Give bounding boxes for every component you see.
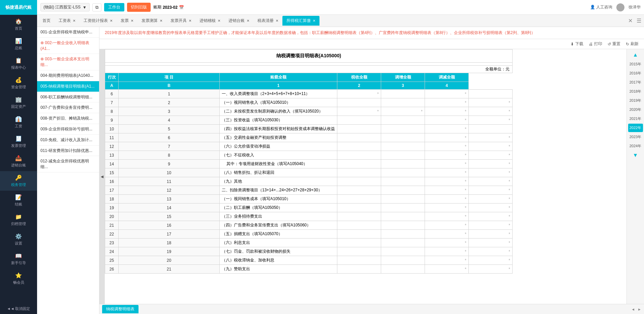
sidebar-item-member[interactable]: ⭐ 畅会员 bbox=[0, 269, 37, 288]
copy-button[interactable]: ⧉ bbox=[92, 3, 101, 11]
refresh-button[interactable]: ↻ 刷新 bbox=[626, 41, 639, 47]
left-panel-item-007[interactable]: 007-广告费和业务宣传费明... bbox=[37, 102, 99, 113]
year-nav-up[interactable]: ▲ bbox=[632, 51, 640, 59]
sidebar-item-ledger[interactable]: 📊 总账 bbox=[0, 34, 37, 54]
tab-label: 税表清册 bbox=[257, 18, 274, 24]
tab-close-icon[interactable]: ✕ bbox=[218, 19, 220, 23]
tab-tax-register[interactable]: 税表清册 ✕ bbox=[253, 16, 282, 26]
row-c4[interactable] bbox=[469, 90, 513, 98]
year-item-2016[interactable]: 2016年 bbox=[628, 69, 643, 77]
tab-close-icon[interactable]: ✕ bbox=[160, 19, 162, 23]
left-panel-item-012[interactable]: 012-减免企业所得税优惠明细... bbox=[37, 156, 99, 172]
bottom-bar: 纳税调整明细表 ◄ ► bbox=[99, 304, 644, 314]
table-row: 8 3 （二）未按权责发生制原则确认的收入（填写A105020） * * * * bbox=[105, 107, 513, 116]
year-item-2024[interactable]: 2024年 bbox=[628, 142, 643, 150]
reset-icon: ↺ bbox=[608, 42, 611, 46]
tab-close-icon[interactable]: ✕ bbox=[110, 19, 113, 23]
tab-invoice[interactable]: 发票 ✕ bbox=[117, 16, 137, 26]
table-row: 21 16 （四）广告费和业务宣传费支出（填写A105060） * * bbox=[105, 221, 513, 230]
left-panel-item-005[interactable]: 005-纳税调整项目明细表(A1... bbox=[37, 81, 99, 92]
row-c2[interactable] bbox=[381, 90, 425, 98]
right-panel: 2019年度涉及取以前年度继续教育的申报表单元格需要手工维护正确，才能保证本年及… bbox=[99, 27, 644, 314]
year-item-2019[interactable]: 2019年 bbox=[628, 96, 643, 105]
tab-invoice-calc[interactable]: 发票测算 ✕ bbox=[137, 16, 166, 26]
left-panel-item-008[interactable]: 008-资产折旧、摊销及纳税... bbox=[37, 113, 99, 124]
year-item-2015[interactable]: 2015年 bbox=[628, 60, 643, 68]
sidebar-item-close[interactable]: 📝 结账 bbox=[0, 191, 37, 210]
sidebar-item-archive[interactable]: 📁 归档管理 bbox=[0, 210, 37, 230]
switch-old-button[interactable]: 切到旧版 bbox=[127, 3, 151, 12]
left-panel-item-002[interactable]: ⊗ 002-一般企业收入明细表(A1... bbox=[37, 38, 99, 54]
year-item-2018[interactable]: 2018年 bbox=[628, 87, 643, 96]
left-panel-item-003[interactable]: ⊗ 003-一般企业成本支出明细... bbox=[37, 54, 99, 70]
tab-home[interactable]: 首页 bbox=[38, 16, 55, 26]
tab-close-icon[interactable]: ✕ bbox=[73, 19, 75, 23]
sidebar-item-tax[interactable]: 🔑 税务管理 bbox=[0, 171, 37, 191]
tab-label: 首页 bbox=[42, 18, 51, 24]
sidebar-item-settings[interactable]: ⚙️ 设置 bbox=[0, 230, 37, 249]
table-row: 10 5 （四）按权益法核算长期股权投资对初始投资成本调整确认收益 * bbox=[105, 125, 513, 133]
company-selector[interactable]: (物副) 江西股宝-LSS ▼ bbox=[40, 3, 90, 11]
sidebar-item-invoice[interactable]: 🧾 发票管理 bbox=[0, 132, 37, 152]
tabbar: 首页 工资表 ✕ 工资统计报表 ✕ 发票 ✕ 发票测算 ✕ 发票开具 ✕ 进销稽… bbox=[37, 15, 644, 27]
collapse-panel-button[interactable]: ◄ bbox=[99, 49, 105, 304]
table-title-row: 纳税调整项目明细表(A105000) bbox=[105, 50, 513, 63]
scroll-left-icon[interactable]: ◄ bbox=[631, 307, 635, 311]
left-panel-item-006[interactable]: 006-职工薪酬纳税调整明细... bbox=[37, 92, 99, 103]
sidebar-unpin[interactable]: ◄◄ 取消固定 bbox=[0, 304, 37, 314]
tab-sales-audit[interactable]: 进销稽核 ✕ bbox=[195, 16, 224, 26]
sidebar-item-ledger2[interactable]: 📥 进销台账 bbox=[0, 152, 37, 171]
sidebar-item-guide[interactable]: 📖 新手引导 bbox=[0, 249, 37, 269]
left-panel-item-011[interactable]: 011-研发费用加计扣除优惠... bbox=[37, 146, 99, 156]
scroll-right-icon[interactable]: ► bbox=[638, 307, 641, 311]
left-panel-item-004[interactable]: 004-期间费用明细表(A1040... bbox=[37, 70, 99, 81]
sidebar-item-reports[interactable]: 📋 报表中心 bbox=[0, 54, 37, 73]
item-label: 008-资产折旧、摊销及纳税... bbox=[40, 116, 92, 121]
sidebar-item-payroll[interactable]: 👔 工资 bbox=[0, 113, 37, 132]
bottom-tab-adjust[interactable]: 纳税调整明细表 bbox=[102, 305, 139, 313]
spreadsheet[interactable]: 纳税调整项目明细表(A105000) 全额单位：元 bbox=[105, 49, 626, 304]
error-icon: ⊗ bbox=[40, 40, 45, 45]
year-item-2017[interactable]: 2017年 bbox=[628, 78, 643, 87]
tab-income-tax[interactable]: 所得税汇算缴 ✕ bbox=[282, 16, 319, 26]
row-c3[interactable]: * bbox=[425, 90, 469, 98]
tab-close-icon[interactable]: ✕ bbox=[189, 19, 191, 23]
year-nav-down[interactable]: ▼ bbox=[632, 151, 640, 160]
row-c1[interactable]: * bbox=[337, 90, 381, 98]
reset-button[interactable]: ↺ 重置 bbox=[608, 41, 620, 47]
year-item-2021[interactable]: 2021年 bbox=[628, 115, 643, 123]
tabbar-close-button[interactable]: ✕ bbox=[625, 18, 635, 24]
tabbar-menu-icon[interactable]: ☰ bbox=[635, 18, 643, 24]
chevron-down-icon: ▼ bbox=[83, 5, 87, 10]
left-panel-item-009[interactable]: 009-企业所得税弥补亏损明... bbox=[37, 124, 99, 135]
funds-icon: 💰 bbox=[15, 77, 22, 83]
sidebar-item-assets[interactable]: 🏢 固定资产 bbox=[0, 93, 37, 113]
user-service[interactable]: 👤 人工咨询 bbox=[590, 4, 612, 10]
item-label: 003-一般企业成本支出明细... bbox=[40, 57, 89, 67]
tab-close-icon[interactable]: ✕ bbox=[247, 19, 249, 23]
year-item-2020[interactable]: 2020年 bbox=[628, 105, 643, 114]
left-panel: 001-企业所得税年度纳税申... ⊗ 002-一般企业收入明细表(A1... … bbox=[37, 27, 99, 314]
tab-label: 发票开具 bbox=[171, 18, 187, 24]
sidebar-item-home[interactable]: 🏠 首页 bbox=[0, 15, 37, 34]
table-row: 7 2 （一）视同销售收入（填写A105010） * * bbox=[105, 98, 513, 107]
tab-close-icon[interactable]: ✕ bbox=[313, 19, 315, 23]
sidebar-item-funds[interactable]: 💰 资金管理 bbox=[0, 73, 37, 93]
tab-payroll-stats[interactable]: 工资统计报表 ✕ bbox=[80, 16, 117, 26]
item-label: 002-一般企业收入明细表(A1... bbox=[40, 40, 89, 51]
tab-close-icon[interactable]: ✕ bbox=[276, 19, 278, 23]
left-panel-item-010[interactable]: 010-免税、减计收入及加计... bbox=[37, 135, 99, 146]
period-selector[interactable]: 账期 2023-02 📅 bbox=[153, 4, 184, 10]
tab-close-icon[interactable]: ✕ bbox=[131, 19, 133, 23]
left-panel-item-001[interactable]: 001-企业所得税年度纳税申... bbox=[37, 27, 99, 38]
calendar-icon[interactable]: 📅 bbox=[179, 5, 184, 10]
refresh-icon: ↻ bbox=[626, 42, 629, 46]
tab-invoice-issue[interactable]: 发票开具 ✕ bbox=[166, 16, 195, 26]
workbench-button[interactable]: 工作台 bbox=[104, 3, 124, 11]
tab-sales-ledger[interactable]: 进销台账 ✕ bbox=[224, 16, 253, 26]
download-button[interactable]: ⬇ 下载 bbox=[571, 41, 583, 47]
tab-payroll[interactable]: 工资表 ✕ bbox=[55, 16, 80, 26]
print-button[interactable]: 🖨 打印 bbox=[589, 41, 602, 47]
year-item-2023[interactable]: 2023年 bbox=[628, 133, 643, 141]
year-item-2022[interactable]: 2022年 bbox=[628, 124, 643, 132]
